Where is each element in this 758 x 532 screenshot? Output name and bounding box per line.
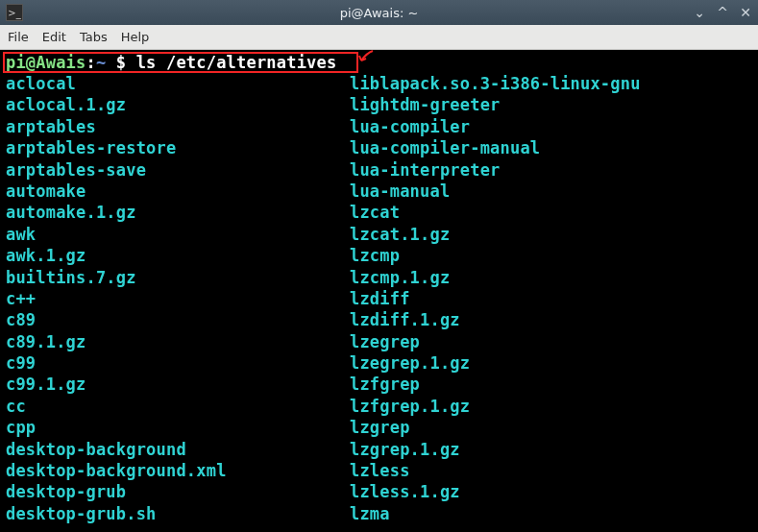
file-entry: c99.1.gz <box>6 374 350 395</box>
file-entry: lua-manual <box>350 181 752 202</box>
file-entry: lzcmp <box>350 245 752 266</box>
annotation-arrow-icon <box>357 49 375 66</box>
file-entry: c89 <box>6 309 350 330</box>
ls-output: aclocalaclocal.1.gzarptablesarptables-re… <box>0 73 758 524</box>
file-entry: desktop-grub.sh <box>6 503 350 524</box>
file-entry: cpp <box>6 417 350 438</box>
window-title: pi@Awais: ~ <box>340 6 419 20</box>
minimize-button[interactable]: ⌄ <box>693 5 706 20</box>
file-entry: automake.1.gz <box>6 202 350 223</box>
close-button[interactable]: ✕ <box>739 5 752 20</box>
file-entry: builtins.7.gz <box>6 267 350 288</box>
menu-edit[interactable]: Edit <box>42 30 66 44</box>
file-entry: liblapack.so.3-i386-linux-gnu <box>350 73 752 94</box>
file-entry: cc <box>6 396 350 417</box>
file-entry: desktop-grub <box>6 481 350 502</box>
menu-file[interactable]: File <box>8 30 29 44</box>
file-entry: lua-compiler-manual <box>350 137 752 158</box>
file-entry: arptables-save <box>6 159 350 181</box>
file-entry: lzcat.1.gz <box>350 224 752 245</box>
file-entry: awk <box>6 224 350 245</box>
file-entry: lua-interpreter <box>350 159 752 181</box>
file-entry: lzdiff.1.gz <box>350 309 752 330</box>
file-entry: lzless <box>350 460 752 481</box>
file-entry: lightdm-greeter <box>350 94 752 115</box>
file-entry: lzcmp.1.gz <box>350 267 752 288</box>
ls-column-right: liblapack.so.3-i386-linux-gnulightdm-gre… <box>350 73 752 524</box>
prompt-path: ~ <box>96 53 106 72</box>
file-entry: lzma <box>350 503 752 524</box>
file-entry: lzegrep.1.gz <box>350 352 752 374</box>
file-entry: c89.1.gz <box>6 331 350 352</box>
prompt-colon: : <box>86 53 95 72</box>
menubar: File Edit Tabs Help <box>0 25 758 50</box>
terminal-area[interactable]: pi@Awais:~ $ ls /etc/alternatives acloca… <box>0 50 758 532</box>
file-entry: arptables-restore <box>6 137 350 158</box>
prompt-line: pi@Awais:~ $ ls /etc/alternatives <box>0 52 758 73</box>
file-entry: lzegrep <box>350 331 752 352</box>
file-entry: c++ <box>6 288 350 309</box>
menu-help[interactable]: Help <box>121 30 150 44</box>
window-titlebar: >_ pi@Awais: ~ ⌄ ^ ✕ <box>0 0 758 25</box>
file-entry: lzgrep.1.gz <box>350 439 752 460</box>
ls-column-left: aclocalaclocal.1.gzarptablesarptables-re… <box>6 73 350 524</box>
terminal-icon: >_ <box>6 4 23 21</box>
file-entry: c99 <box>6 352 350 374</box>
command-text: ls /etc/alternatives <box>136 53 337 72</box>
prompt-user-host: pi@Awais <box>6 53 86 72</box>
file-entry: aclocal <box>6 73 350 94</box>
file-entry: lzgrep <box>350 417 752 438</box>
window-controls: ⌄ ^ ✕ <box>693 5 752 20</box>
menu-tabs[interactable]: Tabs <box>80 30 108 44</box>
file-entry: automake <box>6 181 350 202</box>
file-entry: lzcat <box>350 202 752 223</box>
file-entry: awk.1.gz <box>6 245 350 266</box>
file-entry: desktop-background <box>6 439 350 460</box>
file-entry: lzfgrep <box>350 374 752 395</box>
file-entry: lua-compiler <box>350 116 752 137</box>
file-entry: arptables <box>6 116 350 137</box>
file-entry: aclocal.1.gz <box>6 94 350 115</box>
file-entry: desktop-background.xml <box>6 460 350 481</box>
maximize-button[interactable]: ^ <box>716 5 729 20</box>
file-entry: lzdiff <box>350 288 752 309</box>
prompt-dollar: $ <box>106 53 135 72</box>
file-entry: lzless.1.gz <box>350 481 752 502</box>
file-entry: lzfgrep.1.gz <box>350 396 752 417</box>
